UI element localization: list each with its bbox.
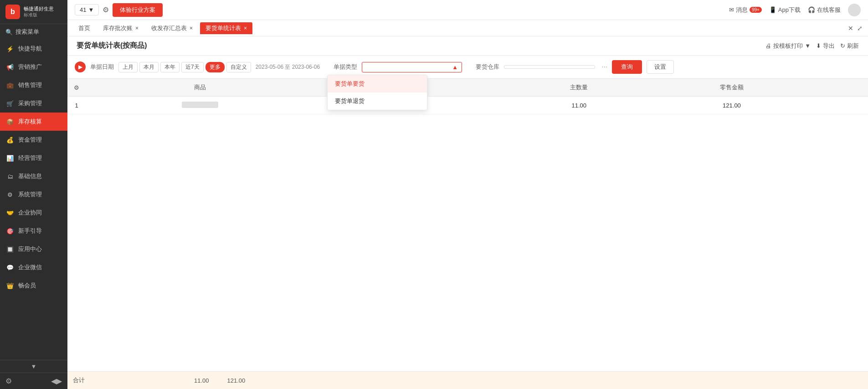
trial-button[interactable]: 体验行业方案 <box>113 3 163 17</box>
nav-label: 快捷导航 <box>18 45 42 53</box>
finance-icon: 💰 <box>5 135 15 144</box>
sidebar-item-inventory[interactable]: 📦 库存核算 <box>0 113 67 131</box>
sidebar-item-quick-nav[interactable]: ⚡ 快捷导航 <box>0 40 67 58</box>
online-service-label: 在线客服 <box>817 6 841 14</box>
page-title: 要货单统计表(按商品) <box>77 41 147 51</box>
logo-area: b 畅捷通好生意 标准版 <box>0 0 67 24</box>
table-row: 1 块 11.00 121.00 <box>67 97 868 114</box>
refresh-button[interactable]: ↻ 刷新 <box>840 42 859 50</box>
app-download-icon: 📱 <box>769 6 776 13</box>
footer-quantity: 11.00 <box>194 377 209 384</box>
page-header: 要货单统计表(按商品) 🖨 按模板打印 ▼ ⬇ 导出 ↻ 刷新 <box>67 36 868 56</box>
filter-expand-button[interactable]: ▶ <box>75 61 86 72</box>
topbar-settings-icon[interactable]: ⚙ <box>103 5 109 14</box>
sidebar-item-marketing[interactable]: 📢 营销推广 <box>0 58 67 76</box>
chevron-down-icon: ▼ <box>88 6 94 13</box>
collapse-icon[interactable]: ◀▶ <box>51 377 62 385</box>
search-menu[interactable]: 🔍 搜索菜单 <box>0 24 67 40</box>
user-avatar[interactable] <box>848 4 861 16</box>
sidebar-item-newbie[interactable]: 🎯 新手引导 <box>0 222 67 240</box>
tab-batch-account[interactable]: 库存批次账 × <box>98 22 144 34</box>
headset-icon: 🎧 <box>808 6 815 13</box>
nav-label: 畅会员 <box>18 282 36 290</box>
app-download-action[interactable]: 📱 App下载 <box>769 6 801 14</box>
tab-order-stats[interactable]: 要货单统计表 × <box>200 22 252 34</box>
date-quick-buttons: 上月 本月 本年 近7天 更多 自定义 <box>118 62 251 72</box>
tab-expand-icon[interactable]: ⤢ <box>857 25 863 32</box>
dropdown-item-order-return[interactable]: 要货单退货 <box>328 92 427 110</box>
tab-order-stats-close[interactable]: × <box>244 25 247 31</box>
sidebar-item-base[interactable]: 🗂 基础信息 <box>0 167 67 185</box>
th-spacer <box>815 79 868 97</box>
last-month-btn[interactable]: 上月 <box>118 62 138 72</box>
nav-label: 经营管理 <box>18 154 42 162</box>
sidebar-item-sales[interactable]: 💼 销售管理 <box>0 76 67 94</box>
content-area: 要货单统计表(按商品) 🖨 按模板打印 ▼ ⬇ 导出 ↻ 刷新 ▶ <box>67 36 868 389</box>
online-service-action[interactable]: 🎧 在线客服 <box>808 6 841 14</box>
th-amount: 零售金额 <box>648 79 816 97</box>
data-table-area: ⚙ 商品 主计量单位 主数量 零售金额 1 块 <box>67 79 868 371</box>
tab-home[interactable]: 首页 <box>73 22 96 34</box>
this-month-btn[interactable]: 本月 <box>139 62 159 72</box>
messages-icon: ✉ <box>729 6 734 13</box>
sidebar-item-enterprise[interactable]: 🤝 企业协同 <box>0 204 67 222</box>
print-chevron-icon: ▼ <box>805 42 811 49</box>
tab-close-all[interactable]: ✕ <box>848 25 853 32</box>
enterprise-icon: 🤝 <box>5 208 15 217</box>
base-icon: 🗂 <box>5 172 15 181</box>
nav-label: 应用中心 <box>18 245 42 253</box>
tab-expand-area: ✕ ⤢ <box>848 25 863 32</box>
messages-action[interactable]: ✉ 消息 99+ <box>729 6 762 14</box>
topbar: 41 ▼ ⚙ 体验行业方案 ✉ 消息 99+ 📱 App下载 🎧 在线客服 <box>67 0 868 20</box>
nav-label: 销售管理 <box>18 81 42 89</box>
warehouse-filter-select[interactable] <box>504 65 595 69</box>
nav-label: 企业协同 <box>18 209 42 217</box>
settings-row-button[interactable]: 设置 <box>647 60 674 74</box>
tabs-bar: 首页 库存批次账 × 收发存汇总表 × 要货单统计表 × ✕ ⤢ <box>67 20 868 36</box>
query-button[interactable]: 查询 <box>612 60 642 74</box>
export-label: 导出 <box>823 42 835 50</box>
more-date-btn[interactable]: 更多 <box>205 62 225 72</box>
date-filter-label: 单据日期 <box>90 63 114 71</box>
company-selector[interactable]: 41 ▼ <box>75 4 99 15</box>
sidebar-item-member[interactable]: 👑 畅会员 <box>0 276 67 295</box>
this-year-btn[interactable]: 本年 <box>160 62 180 72</box>
purchase-icon: 🛒 <box>5 99 15 108</box>
system-icon: ⚙ <box>5 190 15 199</box>
tab-receive-summary[interactable]: 收发存汇总表 × <box>146 22 198 34</box>
sidebar-item-purchase[interactable]: 🛒 采购管理 <box>0 94 67 113</box>
settings-bottom-icon[interactable]: ⚙ <box>5 377 12 385</box>
th-settings[interactable]: ⚙ <box>67 79 86 97</box>
dropdown-item-order-goods[interactable]: 要货单要货 <box>328 75 427 92</box>
sidebar-bottom: ⚙ ◀▶ <box>0 373 67 389</box>
product-blurred <box>182 102 218 108</box>
quick-nav-icon: ⚡ <box>5 44 15 53</box>
sidebar-item-finance[interactable]: 💰 资金管理 <box>0 131 67 149</box>
table-body: 1 块 11.00 121.00 <box>67 97 868 114</box>
nav-label: 资金管理 <box>18 136 42 144</box>
sidebar-nav: ⚡ 快捷导航 📢 营销推广 💼 销售管理 🛒 采购管理 📦 库存核算 💰 资金管… <box>0 40 67 360</box>
data-table: ⚙ 商品 主计量单位 主数量 零售金额 1 块 <box>67 79 868 114</box>
logo-icon: b <box>5 5 20 19</box>
tab-receive-summary-close[interactable]: × <box>190 25 193 31</box>
logo-text-block: 畅捷通好生意 标准版 <box>24 5 54 18</box>
nav-label: 基础信息 <box>18 172 42 180</box>
sidebar-item-wechat[interactable]: 💬 企业微信 <box>0 258 67 276</box>
tab-batch-account-close[interactable]: × <box>135 25 139 31</box>
export-button[interactable]: ⬇ 导出 <box>816 42 835 50</box>
custom-date-btn[interactable]: 自定义 <box>226 62 251 72</box>
inventory-icon: 📦 <box>5 117 15 126</box>
more-filter-icon[interactable]: ··· <box>601 63 607 71</box>
search-icon: 🔍 <box>5 29 13 36</box>
nav-label: 库存核算 <box>18 118 42 126</box>
sidebar-item-system[interactable]: ⚙ 系统管理 <box>0 185 67 204</box>
type-filter-select[interactable]: ▲ <box>362 62 462 72</box>
sidebar-item-appstore[interactable]: 🔲 应用中心 <box>0 240 67 258</box>
print-button[interactable]: 🖨 按模板打印 ▼ <box>765 42 811 50</box>
warehouse-filter-label: 要货仓库 <box>476 63 499 71</box>
sidebar-item-operation[interactable]: 📊 经营管理 <box>0 149 67 167</box>
table-footer: 合计 11.00 121.00 <box>67 371 868 389</box>
last-7days-btn[interactable]: 近7天 <box>181 62 204 72</box>
sidebar-scroll-down[interactable]: ▼ <box>0 360 67 373</box>
operation-icon: 📊 <box>5 154 15 163</box>
